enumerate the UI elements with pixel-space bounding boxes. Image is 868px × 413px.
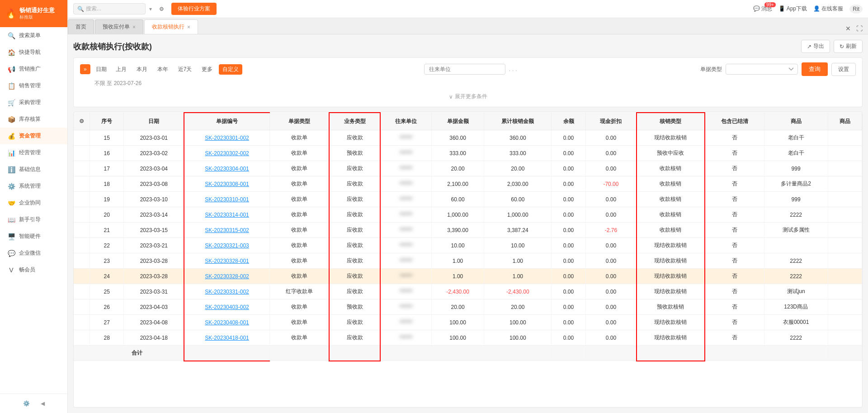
tab-write-off[interactable]: 收款核销执行 × [144, 19, 198, 34]
sidebar-item-marketing[interactable]: 📢 营销推广 [0, 61, 67, 77]
sidebar-item-wechat[interactable]: 💬 企业微信 [0, 245, 67, 261]
footer-gear [74, 346, 90, 361]
filter-partner-input[interactable] [424, 64, 505, 75]
partner-value: ****** [400, 150, 412, 157]
cell-goods: 2222 [764, 253, 828, 269]
app-download-btn[interactable]: 📱 App下载 [778, 5, 807, 13]
filter-toggle-btn[interactable]: » [80, 64, 90, 74]
docno-link[interactable]: SK-20230308-001 [205, 181, 249, 187]
sidebar-settings-btn[interactable]: ⚙️ [19, 398, 34, 409]
docno-link[interactable]: SK-20230418-001 [205, 335, 249, 341]
sidebar-collapse-btn[interactable]: ◀ [36, 398, 49, 409]
cell-biztype: 应收款 [329, 253, 381, 269]
docno-link[interactable]: SK-20230302-002 [205, 150, 249, 157]
cell-seq: 19 [90, 192, 124, 207]
sidebar-icon-finance: 💰 [7, 133, 15, 140]
sidebar-item-finance[interactable]: 💰 资金管理 [0, 128, 67, 144]
cell-doctype: 收款单 [269, 269, 329, 284]
filter-doctype-select[interactable] [726, 64, 798, 75]
filter-date-this-month[interactable]: 本月 [133, 64, 151, 75]
sidebar-item-shortcut[interactable]: 🏠 快捷导航 [0, 44, 67, 61]
cell-doctype: 收款单 [269, 223, 329, 238]
topbar-dropdown[interactable]: ▾ [149, 6, 152, 12]
partner-value: ****** [400, 135, 412, 141]
tab-close-all-btn[interactable]: ✕ [844, 23, 853, 34]
docno-link[interactable]: SK-20230328-001 [205, 258, 249, 264]
sidebar-item-sales[interactable]: 📋 销售管理 [0, 77, 67, 94]
sidebar-label-search: 搜索菜单 [19, 32, 41, 39]
col-gear[interactable]: ⚙ [74, 113, 90, 130]
footer-balance [552, 346, 585, 361]
sidebar-icon-system: ⚙️ [7, 183, 15, 190]
export-btn[interactable]: ↗ 导出 [801, 40, 830, 53]
cell-writeoff: 3,387.24 [484, 223, 552, 238]
tab-home[interactable]: 首页 [68, 19, 94, 34]
cell-partner: ****** [380, 223, 431, 238]
tab-pre-pay[interactable]: 预收应付单 × [95, 19, 143, 34]
sidebar-item-operations[interactable]: 📊 经营管理 [0, 144, 67, 161]
query-btn[interactable]: 查询 [802, 62, 828, 76]
filter-date-7days[interactable]: 近7天 [175, 64, 196, 75]
cell-balance: 0.00 [552, 253, 585, 269]
support-icon: 👤 [813, 5, 820, 12]
tab-pre-pay-close[interactable]: × [132, 24, 136, 30]
sidebar-item-corp[interactable]: 🤝 企业协同 [0, 195, 67, 211]
industry-solution-btn[interactable]: 体验行业方案 [171, 3, 217, 15]
cell-goods2 [828, 284, 862, 299]
filter-date-this-year[interactable]: 本年 [154, 64, 172, 75]
docno-link[interactable]: SK-20230403-002 [205, 304, 249, 310]
sidebar-item-search[interactable]: 🔍 搜索菜单 [0, 27, 67, 44]
cell-goods: 2222 [764, 269, 828, 284]
sidebar-icon-basic: ℹ️ [7, 166, 15, 173]
sidebar-icon-purchase: 🛒 [7, 99, 15, 106]
notifications-btn[interactable]: 💬 消息 99+ [753, 5, 772, 13]
cell-partner: ****** [380, 269, 431, 284]
docno-link[interactable]: SK-20230328-002 [205, 273, 249, 280]
cell-goods2 [828, 315, 862, 330]
filter-settings-btn[interactable]: 设置 [831, 63, 856, 76]
docno-link[interactable]: SK-20230314-001 [205, 212, 249, 218]
docno-link[interactable]: SK-20230310-001 [205, 196, 249, 203]
cell-balance: 0.00 [552, 315, 585, 330]
cell-settled: 否 [705, 223, 764, 238]
docno-link[interactable]: SK-20230301-002 [205, 135, 249, 141]
filter-date-custom[interactable]: 自定义 [219, 64, 242, 75]
docno-link[interactable]: SK-20230408-001 [205, 319, 249, 326]
cell-goods: 老白干 [764, 130, 828, 146]
refresh-btn[interactable]: ↻ 刷新 [834, 40, 863, 53]
cell-gear [74, 161, 90, 176]
tab-maximize-btn[interactable]: ⛶ [854, 23, 864, 34]
cell-partner: ****** [380, 238, 431, 253]
topbar-gear-btn[interactable]: ⚙ [156, 4, 168, 14]
filter-date-more[interactable]: 更多 [198, 64, 216, 75]
cell-goods2 [828, 192, 862, 207]
cell-biztype: 应收款 [329, 192, 381, 207]
col-writeoff-type: 核销类型 [637, 113, 705, 130]
filter-row-1: » 日期 上月 本月 本年 近7天 更多 自定义 ... [80, 62, 856, 76]
docno-link[interactable]: SK-20230321-003 [205, 242, 249, 249]
search-text: 搜索... [86, 5, 101, 13]
sidebar-item-basic[interactable]: ℹ️ 基础信息 [0, 161, 67, 178]
docno-link[interactable]: SK-20230331-002 [205, 289, 249, 295]
topbar-search-box[interactable]: 🔍 搜索... [73, 3, 146, 14]
cell-discount: 0.00 [585, 207, 637, 223]
sidebar-item-member[interactable]: V 畅会员 [0, 261, 67, 278]
expand-more-btn[interactable]: ∨ 展开更多条件 [449, 93, 487, 100]
tab-write-off-close[interactable]: × [187, 24, 190, 30]
online-support-btn[interactable]: 👤 在线客服 [813, 5, 843, 13]
sidebar-label-inventory: 库存核算 [19, 115, 41, 123]
sidebar-item-purchase[interactable]: 🛒 采购管理 [0, 94, 67, 111]
sidebar-item-inventory[interactable]: 📦 库存核算 [0, 111, 67, 128]
docno-link[interactable]: SK-20230304-001 [205, 166, 249, 172]
user-info: Rit [849, 6, 863, 12]
partner-value: ****** [400, 181, 412, 187]
filter-date-last-month[interactable]: 上月 [112, 64, 130, 75]
cell-writeofftype: 现结收款核销 [637, 330, 705, 346]
logo-sub: 标推版 [19, 14, 55, 20]
cell-date: 2023-04-18 [124, 330, 184, 346]
cell-partner: ****** [380, 192, 431, 207]
sidebar-item-guide[interactable]: 📖 新手引导 [0, 211, 67, 228]
sidebar-item-hardware[interactable]: 🖥️ 智能硬件 [0, 228, 67, 245]
sidebar-item-system[interactable]: ⚙️ 系统管理 [0, 178, 67, 195]
docno-link[interactable]: SK-20230315-002 [205, 227, 249, 233]
